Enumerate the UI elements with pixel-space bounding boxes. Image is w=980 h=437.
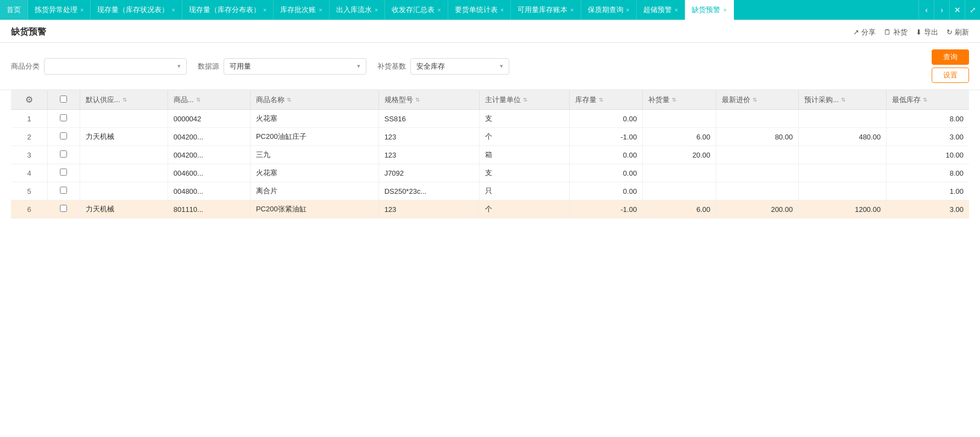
close-tab-icon-10[interactable]: × [675,7,678,13]
row-checkbox-cell-5 [48,200,80,218]
th-price: 最新进价 ⇅ [716,90,798,110]
nav-tab-9[interactable]: 保质期查询 × [581,0,637,20]
column-settings-icon[interactable]: ⚙ [16,94,42,105]
nav-tab-4[interactable]: 库存批次账 × [274,0,329,20]
refresh-icon: ↻ [946,28,953,36]
nav-tab-1[interactable]: 拣货异常处理 × [28,0,91,20]
row-checkbox-cell-2 [48,146,80,164]
nav-tab-label-9: 保质期查询 [588,5,623,15]
nav-tab-5[interactable]: 出入库流水 × [330,0,385,20]
page-header: 缺货预警 ↗ 分享 🗒 补货 ⬇ 导出 ↻ 刷新 [0,20,980,43]
close-window-button[interactable]: ✕ [949,0,965,20]
query-button[interactable]: 查询 [932,49,969,65]
sort-icon-name: ⇅ [287,97,291,103]
cell-minstock-3: 8.00 [887,164,969,182]
cell-supplier-2 [80,146,168,164]
th-code: 商品... ⇅ [168,90,250,110]
share-button[interactable]: ↗ 分享 [853,27,876,37]
datasource-select[interactable]: 可用量 ▾ [224,58,366,75]
th-supplier: 默认供应... ⇅ [80,90,168,110]
cell-name-0: 火花塞 [250,110,378,128]
nav-tab-8[interactable]: 可用量库存账本 × [511,0,581,20]
cell-purchase-3 [799,164,887,182]
datasource-label: 数据源 [198,61,219,71]
replenish-icon: 🗒 [884,28,891,36]
datasource-value: 可用量 [230,61,354,71]
cell-spec-4: DS250*23c... [378,182,480,200]
cell-price-1: 80.00 [716,128,798,146]
row-checkbox-3[interactable] [60,169,67,176]
cell-spec-1: 123 [378,128,480,146]
base-value: 安全库存 [416,61,497,71]
close-tab-icon-6[interactable]: × [437,7,441,13]
cell-name-4: 离合片 [250,182,378,200]
nav-tab-label-1: 拣货异常处理 [35,5,77,15]
cell-replenish-1: 6.00 [643,128,716,146]
cell-supplier-5: 力天机械 [80,200,168,218]
th-purchase: 预计采购... ⇅ [799,90,887,110]
close-tab-icon-8[interactable]: × [570,7,573,13]
close-tab-icon-2[interactable]: × [171,7,175,13]
nav-tab-3[interactable]: 现存量（库存分布表） × [182,0,274,20]
row-checkbox-0[interactable] [60,114,67,121]
select-all-checkbox[interactable] [60,96,67,103]
fullscreen-button[interactable]: ⤢ [965,0,980,20]
row-checkbox-5[interactable] [60,205,67,212]
cell-purchase-4 [799,182,887,200]
cell-spec-3: J7092 [378,164,480,182]
close-tab-icon-1[interactable]: × [80,7,83,13]
cell-supplier-0 [80,110,168,128]
row-checkbox-2[interactable] [60,150,67,158]
close-tab-icon-3[interactable]: × [263,7,266,13]
nav-tab-7[interactable]: 要货单统计表 × [448,0,511,20]
data-table: ⚙ 默认供应... ⇅ 商品... [11,90,969,218]
cell-code-1: 004200... [168,128,250,146]
nav-tab-0[interactable]: 首页 [0,0,28,20]
cell-name-3: 火花塞 [250,164,378,182]
nav-tab-2[interactable]: 现存量（库存状况表） × [91,0,182,20]
close-tab-icon-11[interactable]: × [723,7,726,13]
nav-tab-label-2: 现存量（库存状况表） [97,5,169,15]
nav-tab-6[interactable]: 收发存汇总表 × [385,0,448,20]
nav-tab-label-10: 超储预警 [643,5,672,15]
nav-tab-11[interactable]: 缺货预警 × [685,0,733,20]
category-select[interactable]: ▾ [44,58,187,75]
row-num-0: 1 [11,110,48,128]
settings-button[interactable]: 设置 [932,68,969,83]
filter-actions: 查询 设置 [932,49,969,83]
nav-tab-label-5: 出入库流水 [336,5,372,15]
row-num-3: 4 [11,164,48,182]
close-tab-icon-4[interactable]: × [319,7,322,13]
row-checkbox-4[interactable] [60,187,67,194]
nav-tab-label-4: 库存批次账 [280,5,316,15]
row-checkbox-1[interactable] [60,132,67,139]
cell-spec-2: 123 [378,146,480,164]
cell-replenish-0 [643,110,716,128]
base-select[interactable]: 安全库存 ▾ [410,58,509,75]
sort-icon-unit: ⇅ [523,97,527,103]
cell-code-5: 801110... [168,200,250,218]
replenish-button[interactable]: 🗒 补货 [884,27,907,37]
th-minstock: 最低库存 ⇅ [887,90,969,110]
sort-icon-supplier: ⇅ [122,97,127,103]
prev-tab-button[interactable]: ‹ [918,0,934,20]
close-tab-icon-5[interactable]: × [375,7,378,13]
cell-unit-5: 个 [480,200,570,218]
export-button[interactable]: ⬇ 导出 [916,27,938,37]
header-actions: ↗ 分享 🗒 补货 ⬇ 导出 ↻ 刷新 [853,27,969,37]
refresh-button[interactable]: ↻ 刷新 [946,27,969,37]
row-num-5: 6 [11,200,48,218]
sort-icon-code: ⇅ [196,97,201,103]
cell-unit-1: 个 [480,128,570,146]
cell-replenish-4 [643,182,716,200]
nav-tab-10[interactable]: 超储预警 × [637,0,685,20]
share-label: 分享 [861,27,876,37]
main-content: 缺货预警 ↗ 分享 🗒 补货 ⬇ 导出 ↻ 刷新 商品分类 [0,20,980,437]
close-tab-icon-9[interactable]: × [626,7,630,13]
sort-icon-price: ⇅ [753,97,757,103]
cell-name-2: 三九 [250,146,378,164]
page-title: 缺货预警 [11,26,46,38]
next-tab-button[interactable]: › [934,0,949,20]
close-tab-icon-7[interactable]: × [500,7,504,13]
cell-price-4 [716,182,798,200]
